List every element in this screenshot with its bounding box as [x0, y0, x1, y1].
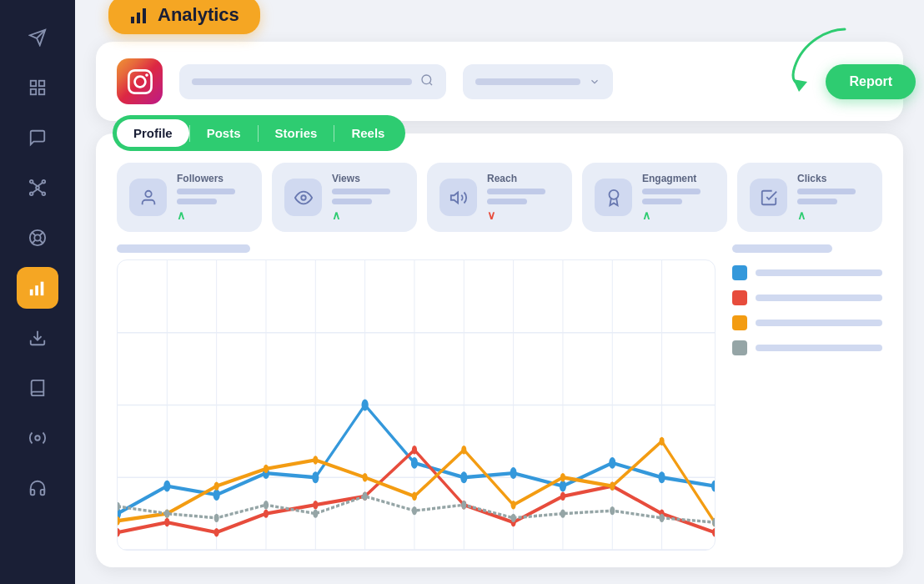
- sidebar-item-send[interactable]: [17, 17, 58, 58]
- tab-stories[interactable]: Stories: [259, 119, 334, 147]
- svg-rect-2: [31, 81, 36, 86]
- legend-item-blue: [732, 265, 882, 280]
- tab-posts[interactable]: Posts: [190, 119, 258, 147]
- engagement-label: Engagment: [642, 173, 715, 184]
- svg-point-101: [660, 514, 665, 522]
- svg-point-92: [214, 514, 219, 522]
- views-label: Views: [332, 173, 404, 184]
- svg-point-29: [422, 75, 431, 84]
- legend-label-orange: [756, 320, 882, 326]
- legend-dot-orange: [732, 315, 747, 330]
- chart-main: [117, 244, 716, 551]
- search-icon: [420, 73, 434, 90]
- sidebar-item-library[interactable]: [17, 367, 58, 409]
- svg-line-11: [33, 183, 38, 186]
- reach-subvalue: [487, 199, 527, 204]
- sidebar-item-headset[interactable]: [17, 467, 58, 509]
- svg-point-16: [34, 234, 40, 240]
- search-placeholder: [192, 78, 412, 85]
- svg-line-19: [40, 233, 43, 236]
- svg-point-8: [30, 180, 33, 184]
- engagement-trend: ∧: [642, 209, 715, 222]
- search-input-area[interactable]: [179, 64, 446, 99]
- dropdown-placeholder: [475, 78, 580, 85]
- svg-point-59: [510, 467, 517, 479]
- sidebar-item-download[interactable]: [17, 317, 58, 359]
- svg-point-52: [163, 481, 170, 492]
- svg-line-20: [33, 240, 36, 244]
- svg-point-64: [118, 528, 120, 536]
- views-info: Views ∧: [332, 173, 404, 222]
- sidebar-item-dashboard[interactable]: [17, 67, 58, 108]
- engagement-value: [642, 189, 701, 194]
- svg-line-13: [38, 189, 43, 193]
- svg-point-80: [264, 465, 269, 473]
- tabs-container: Profile Posts Stories Reels: [113, 115, 405, 151]
- legend-dot-gray: [732, 340, 747, 355]
- reach-value: [487, 189, 545, 194]
- legend-label-red: [756, 295, 882, 301]
- svg-point-76: [712, 528, 715, 536]
- svg-point-70: [412, 446, 417, 454]
- legend-dot-blue: [732, 265, 747, 280]
- svg-rect-4: [31, 89, 36, 94]
- svg-line-18: [40, 240, 43, 244]
- sidebar-item-support[interactable]: [17, 217, 58, 259]
- svg-point-83: [412, 492, 417, 501]
- svg-point-66: [214, 528, 219, 536]
- metric-card-followers: Followers ∧: [117, 163, 262, 232]
- followers-value: [177, 189, 235, 194]
- legend-label-gray: [756, 345, 882, 351]
- main-content: Analytics Report Profile: [75, 0, 924, 584]
- followers-icon: [129, 179, 167, 216]
- svg-line-12: [38, 183, 43, 186]
- legend-item-orange: [732, 315, 882, 330]
- clicks-subvalue: [797, 199, 837, 204]
- svg-point-67: [264, 509, 269, 517]
- svg-marker-31: [793, 79, 807, 92]
- instagram-icon: [117, 58, 163, 104]
- metrics-row: Followers ∧ Views ∧: [117, 163, 882, 232]
- svg-point-68: [313, 501, 318, 509]
- dropdown-selector[interactable]: [463, 64, 613, 99]
- svg-point-25: [35, 435, 40, 441]
- metric-card-views: Views ∧: [272, 163, 417, 232]
- svg-point-57: [411, 457, 418, 469]
- sidebar-item-messages[interactable]: [17, 117, 58, 159]
- svg-point-61: [609, 457, 615, 469]
- tab-reels[interactable]: Reels: [334, 119, 401, 147]
- followers-label: Followers: [177, 173, 249, 184]
- bottom-card: Profile Posts Stories Reels Follow: [96, 133, 903, 567]
- views-value: [332, 189, 390, 194]
- sidebar-item-analytics[interactable]: [17, 267, 58, 309]
- sidebar-item-network[interactable]: [17, 167, 58, 209]
- svg-point-81: [313, 456, 318, 464]
- tab-profile[interactable]: Profile: [117, 119, 189, 147]
- svg-point-60: [560, 481, 566, 492]
- chart-section: [117, 244, 882, 551]
- analytics-badge: Analytics: [108, 0, 260, 34]
- svg-point-62: [658, 471, 665, 483]
- svg-marker-34: [450, 192, 457, 203]
- svg-line-14: [33, 189, 38, 193]
- clicks-icon: [750, 179, 787, 216]
- report-button[interactable]: Report: [826, 64, 916, 99]
- legend-items: [732, 265, 882, 355]
- clicks-trend: ∧: [797, 209, 870, 222]
- sidebar: [0, 0, 75, 584]
- svg-point-33: [301, 195, 306, 200]
- svg-rect-21: [30, 289, 33, 295]
- svg-point-94: [313, 509, 318, 517]
- svg-point-9: [43, 193, 46, 196]
- legend-dot-red: [732, 290, 747, 305]
- followers-info: Followers ∧: [177, 173, 249, 222]
- svg-point-99: [560, 509, 565, 517]
- svg-point-32: [145, 190, 151, 196]
- svg-point-6: [36, 186, 39, 189]
- svg-line-30: [429, 83, 432, 85]
- svg-point-10: [30, 193, 33, 196]
- svg-rect-28: [143, 8, 146, 23]
- sidebar-item-tools[interactable]: [17, 417, 58, 459]
- engagement-icon: [595, 179, 632, 216]
- clicks-info: Clicks ∧: [797, 173, 870, 222]
